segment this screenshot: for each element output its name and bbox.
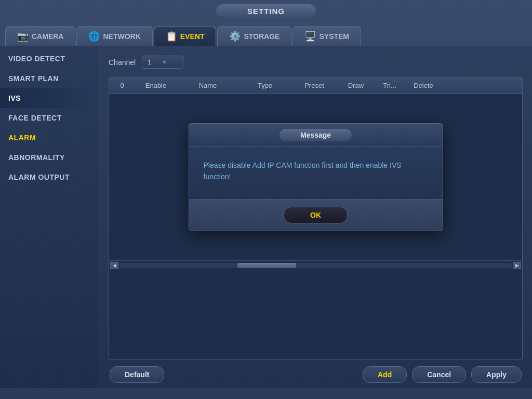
- col-header-tri: Tri...: [374, 77, 405, 94]
- tab-network[interactable]: 🌐 NETWORK: [76, 26, 152, 46]
- modal-ok-button[interactable]: OK: [284, 207, 348, 223]
- sidebar-item-alarm[interactable]: ALARM: [0, 128, 99, 148]
- storage-icon: ⚙️: [229, 31, 241, 42]
- scroll-left-arrow[interactable]: ◀: [110, 262, 118, 269]
- tab-system[interactable]: 🖥️ SYSTEM: [292, 26, 361, 46]
- bottom-buttons: Default Add Cancel Apply: [109, 366, 523, 383]
- title-bar: SETTING: [0, 0, 532, 20]
- cancel-button[interactable]: Cancel: [412, 366, 466, 383]
- tab-storage[interactable]: ⚙️ STORAGE: [217, 26, 291, 46]
- horizontal-scrollbar[interactable]: ◀ ▶: [109, 260, 522, 270]
- top-nav: 📷 CAMERA 🌐 NETWORK 📋 EVENT ⚙️ STORAGE 🖥️…: [0, 20, 532, 46]
- modal-title: Message: [280, 129, 352, 141]
- scroll-thumb[interactable]: [237, 263, 296, 268]
- action-buttons: Add Cancel Apply: [363, 366, 522, 383]
- sidebar-item-alarm-output[interactable]: ALARM OUTPUT: [0, 167, 99, 187]
- table-header: 0 Enable Name Type Preset Draw Tri... De…: [109, 77, 522, 94]
- sidebar-item-ivs[interactable]: IVS: [0, 88, 99, 108]
- col-header-delete: Delete: [405, 77, 442, 94]
- tab-network-label: NETWORK: [103, 32, 140, 41]
- channel-select[interactable]: 1 ▼: [142, 56, 183, 69]
- modal-footer: OK: [189, 199, 443, 231]
- modal-overlay: Message Please disable Add IP CAM functi…: [109, 94, 522, 260]
- network-icon: 🌐: [88, 31, 100, 42]
- scroll-track[interactable]: [119, 263, 512, 268]
- default-button[interactable]: Default: [110, 366, 164, 383]
- chevron-down-icon: ▼: [162, 59, 167, 65]
- col-header-0: 0: [109, 77, 135, 94]
- tab-system-label: SYSTEM: [319, 32, 349, 41]
- main-layout: VIDEO DETECT SMART PLAN IVS FACE DETECT …: [0, 46, 532, 388]
- modal-title-bar: Message: [189, 124, 443, 147]
- modal-dialog: Message Please disable Add IP CAM functi…: [189, 123, 443, 231]
- col-header-enable: Enable: [135, 77, 177, 94]
- event-icon: 📋: [166, 31, 177, 42]
- channel-label: Channel: [109, 58, 136, 66]
- system-icon: 🖥️: [304, 31, 316, 42]
- sidebar-item-smart-plan[interactable]: SMART PLAN: [0, 69, 99, 88]
- sidebar-item-abnormality[interactable]: ABNORMALITY: [0, 148, 99, 167]
- table-body: Message Please disable Add IP CAM functi…: [109, 94, 522, 260]
- modal-body: Please disable Add IP CAM function first…: [189, 147, 443, 199]
- tab-camera[interactable]: 📷 CAMERA: [5, 26, 75, 46]
- col-header-type: Type: [239, 77, 291, 94]
- scroll-right-arrow[interactable]: ▶: [513, 262, 521, 269]
- add-button[interactable]: Add: [363, 366, 407, 383]
- col-header-preset: Preset: [291, 77, 338, 94]
- sidebar: VIDEO DETECT SMART PLAN IVS FACE DETECT …: [0, 46, 99, 388]
- tab-event-label: EVENT: [180, 32, 205, 41]
- apply-button[interactable]: Apply: [471, 366, 522, 383]
- col-header-name: Name: [177, 77, 239, 94]
- page-title: SETTING: [216, 4, 316, 18]
- channel-value: 1: [148, 58, 151, 66]
- tab-event[interactable]: 📋 EVENT: [154, 26, 217, 46]
- table-wrapper: 0 Enable Name Type Preset Draw Tri... De…: [109, 77, 523, 360]
- channel-row: Channel 1 ▼: [109, 56, 523, 69]
- tab-camera-label: CAMERA: [32, 32, 63, 41]
- sidebar-item-face-detect[interactable]: FACE DETECT: [0, 108, 99, 128]
- sidebar-item-video-detect[interactable]: VIDEO DETECT: [0, 49, 99, 69]
- content-area: Channel 1 ▼ 0 Enable Name Type Preset Dr…: [99, 46, 532, 388]
- col-header-draw: Draw: [338, 77, 374, 94]
- tab-storage-label: STORAGE: [244, 32, 280, 41]
- modal-message: Please disable Add IP CAM function first…: [204, 159, 428, 183]
- camera-icon: 📷: [17, 31, 29, 42]
